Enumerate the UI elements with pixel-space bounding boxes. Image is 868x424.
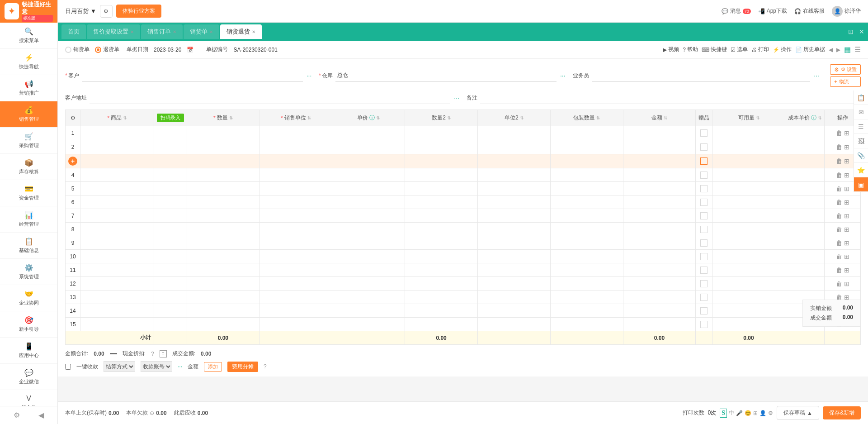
sidebar-item-guide[interactable]: 🎯 新手引导 [0, 311, 57, 338]
price-input-1[interactable] [335, 128, 402, 138]
amount-sort[interactable]: ⇅ [664, 115, 667, 120]
user-profile-btn[interactable]: 👤 徐泽华 [832, 6, 861, 17]
tab-sales-return[interactable]: 销货退货 ✕ [220, 24, 262, 39]
tool-mic-icon[interactable]: 🎤 [736, 410, 743, 416]
delete-btn-10[interactable]: 🗑 [836, 253, 842, 260]
tab-sales-close[interactable]: ✕ [209, 29, 213, 34]
available-input-1[interactable] [715, 128, 782, 138]
unit2-sort[interactable]: ⇅ [520, 115, 524, 120]
sidebar-item-wechat[interactable]: 💬 企业微信 [0, 364, 57, 390]
one-click-payment-checkbox[interactable] [65, 364, 71, 370]
warehouse-select-btn[interactable]: ··· [560, 72, 566, 79]
video-btn[interactable]: ▶ 视频 [663, 46, 679, 53]
shortcut-btn[interactable]: ⌨ 快捷键 [702, 46, 727, 53]
save-draft-button[interactable]: 保存草稿 ▲ [777, 406, 819, 420]
scan-button[interactable]: 扫码录入 [157, 114, 184, 122]
save-new-button[interactable]: 保存&新增 [823, 406, 861, 419]
gift-checkbox-2[interactable] [700, 143, 708, 151]
gift-checkbox-12[interactable] [700, 280, 708, 287]
copy-btn-12[interactable]: ⊞ [844, 280, 849, 287]
sidebar-item-operation[interactable]: 📊 经营管理 [0, 206, 57, 233]
grid-view-btn[interactable]: ▦ [844, 45, 851, 54]
gift-checkbox-15[interactable] [700, 321, 708, 328]
unit-input-1[interactable] [262, 128, 329, 138]
add-row-btn[interactable]: + [68, 157, 77, 166]
add-fee-btn[interactable]: 添加 [204, 362, 222, 372]
tab-sales-order[interactable]: 销售订单 ✕ [141, 24, 183, 39]
settlement-select[interactable]: 结算方式 [104, 361, 135, 372]
customer-select-btn[interactable]: ··· [307, 72, 312, 79]
logistics-action-btn[interactable]: + 物流 [830, 76, 861, 87]
copy-btn-5[interactable]: ⊞ [844, 185, 849, 192]
tab-home[interactable]: 首页 [61, 24, 86, 39]
sidebar-item-shortcut[interactable]: ⚡ 快捷导航 [0, 49, 57, 75]
qty-input-1[interactable] [190, 128, 257, 138]
delete-btn-11[interactable]: 🗑 [836, 267, 842, 274]
delete-btn-6[interactable]: 🗑 [836, 199, 842, 206]
message-btn[interactable]: 💬 消息 70 [722, 7, 751, 15]
nav-prev-btn[interactable]: ◀ [829, 47, 833, 53]
sidebar-item-search[interactable]: 🔍 搜索菜单 [0, 23, 57, 49]
sidebar-item-marketing[interactable]: 📢 营销推广 [0, 75, 57, 101]
th-settings[interactable]: ⚙ [66, 110, 80, 126]
account-dots[interactable]: ··· [178, 363, 182, 370]
staff-input[interactable] [592, 69, 811, 82]
sidebar-settings-btn[interactable]: ⚙ [14, 411, 20, 419]
available-sort[interactable]: ⇅ [756, 115, 760, 120]
cost-info-icon[interactable]: ⓘ [811, 114, 816, 122]
delete-btn-7[interactable]: 🗑 [836, 212, 842, 219]
radio-return[interactable]: 退货单 [95, 46, 119, 53]
tab-sales[interactable]: 销货单 ✕ [184, 24, 219, 39]
app-download-btn[interactable]: 📲 App下载 [758, 7, 787, 15]
header-settings-btn[interactable]: ⚙ [100, 5, 113, 18]
settings-action-btn[interactable]: ⚙ ⚙ 设置 [830, 64, 861, 75]
qty2-sort[interactable]: ⇅ [447, 115, 451, 120]
delete-btn-9[interactable]: 🗑 [836, 239, 842, 247]
fee-split-btn[interactable]: 费用分摊 [227, 362, 258, 372]
pack-qty-sort[interactable]: ⇅ [596, 115, 600, 120]
gift-checkbox-10[interactable] [700, 253, 708, 260]
tool-face-icon[interactable]: 😊 [745, 410, 751, 416]
staff-select-btn[interactable]: ··· [814, 72, 819, 79]
right-panel-active-btn[interactable]: ▣ [854, 177, 868, 192]
right-panel-memo-btn[interactable]: 📋 [854, 91, 868, 105]
tab-price-settings-close[interactable]: ✕ [130, 29, 134, 34]
tool-zh-icon[interactable]: 中 [729, 409, 734, 417]
gift-checkbox-4[interactable] [700, 172, 708, 179]
radio-sale[interactable]: 销货单 [65, 46, 90, 53]
tool-settings-icon[interactable]: ⚙ [768, 410, 773, 416]
tool-s-icon[interactable]: S [720, 409, 727, 418]
copy-btn-4[interactable]: ⊞ [844, 172, 849, 179]
unit-sort[interactable]: ⇅ [307, 115, 311, 120]
delete-btn-2[interactable]: 🗑 [836, 143, 842, 151]
gift-checkbox-9[interactable] [700, 239, 708, 247]
tab-sales-order-close[interactable]: ✕ [173, 29, 176, 34]
product-sort[interactable]: ⇅ [123, 115, 127, 120]
delete-btn-8[interactable]: 🗑 [836, 226, 842, 233]
sidebar-item-basic[interactable]: 📋 基础信息 [0, 233, 57, 259]
copy-btn-7[interactable]: ⊞ [844, 212, 849, 219]
copy-btn-1[interactable]: ⊞ [844, 129, 849, 137]
remark-input[interactable] [480, 91, 861, 104]
address-select-btn[interactable]: ··· [454, 94, 459, 101]
delete-btn-5[interactable]: 🗑 [836, 185, 842, 192]
gift-checkbox-13[interactable] [700, 294, 708, 301]
qty2-input-1[interactable] [408, 128, 475, 138]
customer-input[interactable] [82, 69, 303, 82]
copy-btn-2[interactable]: ⊞ [844, 143, 849, 151]
tool-user-icon[interactable]: 👤 [760, 410, 766, 416]
product-input-3[interactable] [83, 156, 151, 166]
copy-btn-9[interactable]: ⊞ [844, 239, 849, 247]
amount-input-1[interactable] [626, 128, 693, 138]
gift-checkbox-6[interactable] [700, 199, 708, 206]
calendar-icon[interactable]: 📅 [187, 47, 193, 53]
cost-sort[interactable]: ⇅ [818, 115, 821, 120]
tab-price-settings[interactable]: 售价提取设置 ✕ [87, 24, 140, 39]
copy-btn-11[interactable]: ⊞ [844, 267, 849, 274]
gift-cell-1[interactable] [696, 126, 712, 140]
right-panel-star-btn[interactable]: ⭐ [854, 163, 868, 177]
delete-btn-3[interactable]: 🗑 [836, 157, 842, 165]
gift-checkbox-3[interactable] [700, 157, 708, 165]
price-sort[interactable]: ⇅ [376, 115, 380, 120]
gift-checkbox-1[interactable] [700, 129, 708, 137]
